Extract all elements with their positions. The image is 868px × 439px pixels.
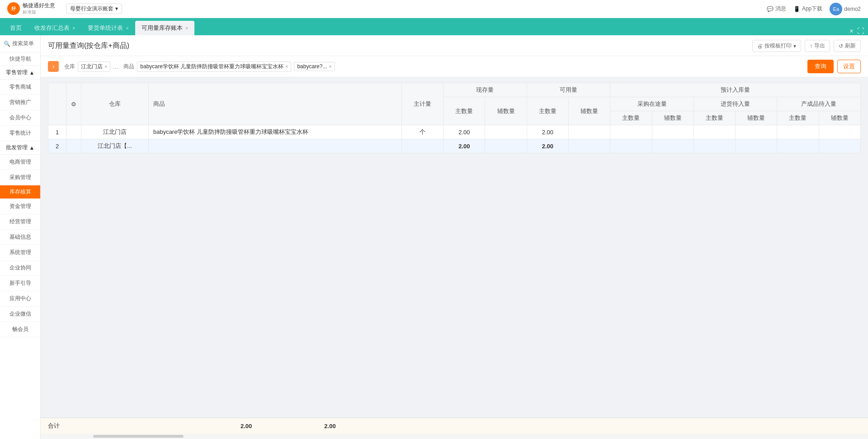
th-purchase-main: 主数量 [610, 111, 652, 125]
sidebar-item-purchase[interactable]: 采购管理 [0, 170, 40, 185]
tab-available-stock[interactable]: 可用量库存账本 × [135, 21, 194, 35]
sidebar-ecommerce-label: 电商管理 [9, 159, 31, 165]
cell-warehouse: 江北门店 [81, 125, 149, 139]
summary-product [148, 139, 401, 153]
sidebar-item-basics[interactable]: 基础信息 [0, 230, 40, 245]
summary-row: 2 江北门店【... 2.00 2.00 [48, 139, 861, 153]
warehouse-filter-label: 仓库 [64, 63, 75, 71]
query-button[interactable]: 查询 [807, 60, 834, 73]
cell-product-aux [819, 125, 860, 139]
sidebar-item-wecom[interactable]: 企业微信 [0, 307, 40, 322]
product-filter-group: 商品 babycare学饮杯 儿童防摔防撞吸管杯重力球吸嘴杯宝宝水杯 × bab… [123, 61, 335, 72]
print-btn[interactable]: 🖨 按模板打印 ▾ [752, 40, 801, 52]
sidebar-item-marketing[interactable]: 营销推广 [0, 95, 40, 110]
sidebar-retail-mgmt-label: 零售管理 [6, 69, 28, 76]
tab-home-label: 首页 [10, 24, 22, 32]
sidebar-item-retail-shop[interactable]: 零售商城 [0, 80, 40, 95]
sidebar-marketing-label: 营销推广 [9, 99, 31, 105]
sidebar-item-enterprise[interactable]: 企业协同 [0, 260, 40, 276]
sidebar-wecom-label: 企业微信 [9, 311, 31, 317]
tab-order-stats-close[interactable]: × [126, 25, 128, 31]
sidebar-item-retail-stats[interactable]: 零售统计 [0, 126, 40, 141]
product-filter-remove-2[interactable]: × [329, 64, 331, 69]
export-label: 导出 [814, 42, 825, 50]
th-arrival-aux: 辅数量 [736, 111, 777, 125]
warehouse-filter-remove[interactable]: × [104, 64, 107, 69]
warehouse-filter-group: 仓库 江北门店 × ... [64, 61, 118, 72]
th-settings[interactable]: ⚙ [66, 83, 81, 125]
scroll-thumb[interactable] [93, 435, 184, 438]
warehouse-filter-tag[interactable]: 江北门店 × [78, 61, 110, 72]
page-actions: 🖨 按模板打印 ▾ ↑ 导出 ↺ 刷新 [752, 40, 861, 52]
app-icon: 📱 [793, 6, 800, 12]
sidebar-item-finance[interactable]: 资金管理 [0, 199, 40, 214]
tab-receive-summary[interactable]: 收发存汇总表 × [28, 21, 81, 35]
sidebar-item-retail-mgmt[interactable]: 零售管理 ▲ [0, 66, 40, 80]
sidebar-retail-stats-label: 零售统计 [9, 130, 31, 136]
tab-receive-summary-label: 收发存汇总表 [34, 24, 70, 32]
sidebar-item-newbie[interactable]: 新手引导 [0, 276, 40, 291]
sidebar-item-operations[interactable]: 经营管理 [0, 214, 40, 230]
summary-num: 2 [48, 139, 66, 153]
main-layout: 🔍 搜索菜单 快捷导航 零售管理 ▲ 零售商城 营销推广 会员中心 零售统计 批… [0, 35, 868, 439]
tab-receive-summary-close[interactable]: × [72, 25, 75, 31]
th-purchase-aux: 辅数量 [652, 111, 693, 125]
app-label: App下载 [802, 5, 822, 13]
page-title: 可用量查询(按仓库+商品) [48, 41, 129, 51]
th-product: 商品 [148, 83, 401, 125]
sidebar-item-ecommerce[interactable]: 电商管理 [0, 155, 40, 170]
cell-arrival-main [693, 125, 735, 139]
industry-selector[interactable]: 母婴行业演示账套 ▾ [66, 4, 122, 14]
cell-product-main [777, 125, 819, 139]
product-filter-label: 商品 [123, 63, 134, 71]
sidebar-item-appcenter[interactable]: 应用中心 [0, 291, 40, 307]
th-forecast-group: 预计入库量 [610, 83, 861, 97]
th-unit: 主计量 [401, 83, 443, 125]
sidebar-appcenter-label: 应用中心 [9, 295, 31, 302]
th-rownum [48, 83, 66, 125]
industry-label: 母婴行业演示账套 [70, 5, 113, 13]
sidebar-nav-quicklink[interactable]: 快捷导航 [0, 52, 40, 66]
summary-settings[interactable] [66, 139, 81, 153]
sidebar-search[interactable]: 🔍 搜索菜单 [0, 35, 40, 52]
th-stock-group: 现存量 [443, 83, 527, 97]
settings-button[interactable]: 设置 [837, 60, 861, 73]
table-container: ⚙ 仓库 商品 主计量 现存量 可用量 预计入库量 主数量 辅数量 主数量 辅数… [41, 77, 868, 417]
product-filter-remove-1[interactable]: × [285, 64, 288, 69]
product-filter-tag-2[interactable]: babycare?... × [294, 62, 335, 71]
sidebar-item-inventory[interactable]: 库存核算 [0, 185, 40, 199]
settings-icon: ⚙ [71, 101, 76, 108]
cell-settings[interactable] [66, 125, 81, 139]
product-filter-tag-1[interactable]: babycare学饮杯 儿童防摔防撞吸管杯重力球吸嘴杯宝宝水杯 × [137, 61, 291, 72]
sidebar-inventory-label: 库存核算 [9, 188, 31, 196]
sidebar-item-system[interactable]: 系统管理 [0, 245, 40, 260]
cell-stock-aux [485, 125, 527, 139]
tab-order-stats[interactable]: 要货单统计表 × [81, 21, 135, 35]
sidebar-finance-label: 资金管理 [9, 203, 31, 209]
sidebar-item-vip[interactable]: 畅会员 [0, 322, 40, 337]
filter-expand-btn[interactable]: › [48, 61, 59, 72]
tab-home[interactable]: 首页 [4, 21, 28, 35]
message-btn[interactable]: 💬 消息 [767, 5, 786, 13]
avatar: Ea [830, 3, 842, 15]
summary-unit [401, 139, 443, 153]
user-area[interactable]: Ea demo2 [830, 3, 861, 15]
export-btn[interactable]: ↑ 导出 [805, 40, 830, 52]
refresh-btn[interactable]: ↺ 刷新 [834, 40, 861, 52]
tab-available-stock-close[interactable]: × [185, 25, 188, 31]
tab-bar: 首页 收发存汇总表 × 要货单统计表 × 可用量库存账本 × × ⛶ [0, 18, 868, 35]
th-available-group: 可用量 [527, 83, 610, 97]
app-download-btn[interactable]: 📱 App下载 [793, 5, 822, 13]
sidebar-item-member[interactable]: 会员中心 [0, 110, 40, 126]
print-icon: 🖨 [757, 43, 763, 49]
close-all-icon[interactable]: × [849, 27, 854, 35]
scroll-area[interactable] [41, 434, 868, 439]
th-purchase-sub: 采购在途量 [610, 97, 694, 111]
top-bar: 好 畅捷通好生意 标准版 母婴行业演示账套 ▾ 💬 消息 📱 App下载 Ea … [0, 0, 868, 18]
warehouse-filter-more[interactable]: ... [113, 63, 118, 70]
sidebar-item-wholesale-mgmt[interactable]: 批发管理 ▲ [0, 141, 40, 155]
summary-product-aux [819, 139, 860, 153]
expand-icon[interactable]: ⛶ [857, 27, 864, 35]
sidebar-vip-label: 畅会员 [12, 326, 28, 332]
content-area: 可用量查询(按仓库+商品) 🖨 按模板打印 ▾ ↑ 导出 ↺ 刷新 › [41, 35, 868, 439]
